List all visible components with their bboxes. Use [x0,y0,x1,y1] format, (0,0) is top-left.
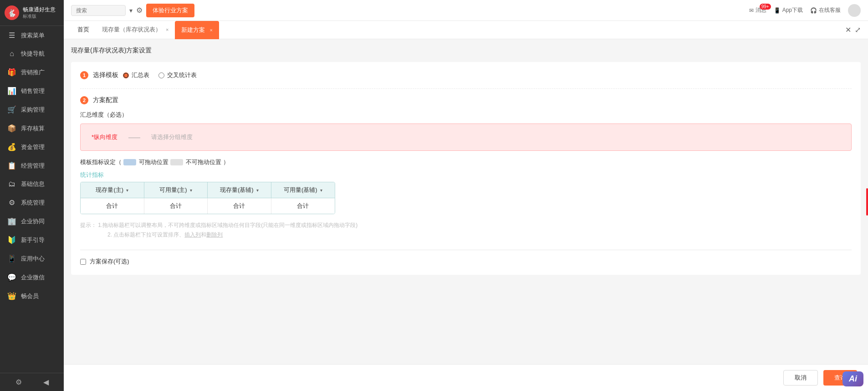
sidebar-item-sales[interactable]: 📊 销售管理 [0,82,64,100]
sidebar-item-inventory[interactable]: 📦 库存核算 [0,119,64,138]
save-row: 方案保存(可选) [80,250,852,266]
sidebar-item-vip[interactable]: 👑 畅会员 [0,287,64,305]
step1-badge: 1 [80,71,88,79]
tab-new-plan-close-icon[interactable]: × [209,27,212,33]
dimension-placeholder: 请选择分组维度 [151,133,193,141]
indicator-legend-row: 模板指标设定（ 可拖动位置 不可拖动位置 ） [80,158,852,166]
sidebar-nav: ☰ 搜索菜单 ⌂ 快捷导航 🎁 营销推广 📊 销售管理 🛒 采购管理 📦 库存核… [0,26,64,373]
sidebar-item-system[interactable]: ⚙ 系统管理 [0,193,64,212]
main-area: ▾ ⚙ 体验行业方案 ✉ 消息 99+ 📱 App下载 🎧 在线客服 首页 [64,0,868,391]
service-button[interactable]: 🎧 在线客服 [810,6,841,14]
settings-icon[interactable]: ⚙ [15,378,22,386]
newuser-icon: 🔰 [7,236,16,244]
operations-icon: 📋 [7,161,16,170]
scroll-indicator [866,188,868,216]
section1-title: 选择模板 [93,71,118,79]
topbar: ▾ ⚙ 体验行业方案 ✉ 消息 99+ 📱 App下载 🎧 在线客服 [64,0,868,21]
dimension-line: —— [128,134,140,141]
delete-col-link[interactable]: 删除列 [206,232,223,238]
money-icon: 💰 [7,143,16,151]
topbar-dropdown-button[interactable]: ▾ [129,7,133,14]
vip-icon: 👑 [7,292,16,300]
col-header-4[interactable]: 可用量(基辅) ▾ [271,182,335,198]
app-download-button[interactable]: 📱 App下载 [774,6,803,14]
chevron-down-icon-3: ▾ [256,188,259,193]
radio-summary[interactable]: 汇总表 [123,71,149,79]
sidebar-item-marketing[interactable]: 🎁 营销推广 [0,63,64,82]
section1-header: 1 选择模板 汇总表 交叉统计表 [80,71,852,79]
col-header-2[interactable]: 可用量(主) ▾ [144,182,208,198]
stat-cell-4: 合计 [271,198,335,214]
collapse-icon[interactable]: ◀ [43,378,49,386]
messages-button[interactable]: ✉ 消息 99+ [749,6,766,14]
topbar-search-input[interactable] [71,5,126,16]
sidebar-item-purchase[interactable]: 🛒 采购管理 [0,100,64,119]
footer: 取消 查询 [64,364,868,391]
enterprise-icon: 🏢 [7,217,16,226]
save-checkbox[interactable] [80,259,86,265]
tabbar: 首页 现存量（库存状况表） × 新建方案 × ✕ ⤢ [64,21,868,39]
sidebar-logo: 🐇 畅康通好生意 标准版 [0,0,64,26]
sidebar-item-search[interactable]: ☰ 搜索菜单 [0,26,64,45]
step2-badge: 2 [80,96,88,104]
sidebar-item-wechat[interactable]: 💬 企业微信 [0,268,64,287]
tip-area: 提示： 1.拖动标题栏可以调整布局，不可跨维度或指标区域拖动任何目字段(只能在同… [80,221,852,239]
tip-line-2: 2. 点击标题栏下拉可设置排序、插入列和删除列 [80,231,852,239]
insert-col-link[interactable]: 插入列 [184,232,201,238]
section2-title: 方案配置 [93,96,118,104]
topbar-right: ✉ 消息 99+ 📱 App下载 🎧 在线客服 [749,4,861,17]
section2-header: 2 方案配置 [80,96,852,104]
settings-panel: 1 选择模板 汇总表 交叉统计表 [71,62,861,275]
box-icon: 📦 [7,124,16,133]
tab-new-plan[interactable]: 新建方案 × [175,21,219,39]
radio-cross[interactable]: 交叉统计表 [158,71,197,79]
vertical-dimension-label: *纵向维度 [92,133,117,141]
sidebar-item-newuser[interactable]: 🔰 新手引导 [0,231,64,249]
app-logo-icon: 🐇 [5,5,19,20]
cart-icon: 🛒 [7,105,16,114]
base-icon: 🗂 [7,180,16,188]
headset-icon: 🎧 [810,7,817,14]
sidebar: 🐇 畅康通好生意 标准版 ☰ 搜索菜单 ⌂ 快捷导航 🎁 营销推广 📊 销售管理… [0,0,64,391]
window-close-icon[interactable]: ✕ [845,26,851,34]
sidebar-item-enterprise[interactable]: 🏢 企业协同 [0,212,64,231]
stat-cell-2: 合计 [144,198,208,214]
messages-badge: 99+ [760,4,771,10]
chevron-down-icon-4: ▾ [320,188,322,193]
template-radio-group: 汇总表 交叉统计表 [123,71,197,79]
stat-cell-1: 合计 [81,198,144,214]
sales-icon: 📊 [7,87,16,95]
non-draggable-box [170,159,183,165]
sidebar-item-appcenter[interactable]: 📱 应用中心 [0,249,64,268]
section-template: 1 选择模板 汇总表 交叉统计表 [80,71,852,79]
topbar-left: ▾ ⚙ 体验行业方案 [71,4,745,17]
trial-button[interactable]: 体验行业方案 [146,4,194,17]
user-avatar[interactable] [848,4,861,17]
content-area: 现存量(库存状况表)方案设置 1 选择模板 汇总表 交叉统计表 [64,39,868,364]
tab-inventory-close-icon[interactable]: × [166,27,168,32]
indicator-settings: 模板指标设定（ 可拖动位置 不可拖动位置 ） 统计指标 [80,158,852,239]
dimension-row: *纵向维度 —— 请选择分组维度 [92,133,840,141]
ai-badge[interactable]: Ai [842,371,863,386]
search-menu-icon: ☰ [7,31,16,40]
section-config: 2 方案配置 汇总维度（必选） *纵向维度 —— 请选择分组维度 模板指标设定（ [80,96,852,239]
sidebar-footer: ⚙ ◀ [0,373,64,391]
cancel-button[interactable]: 取消 [783,370,818,386]
tab-home[interactable]: 首页 [71,21,96,39]
sidebar-item-finance[interactable]: 💰 资金管理 [0,138,64,156]
topbar-gear-icon[interactable]: ⚙ [136,6,143,15]
page-title: 现存量(库存状况表)方案设置 [71,46,861,55]
home-icon: ⌂ [7,50,16,58]
sidebar-item-operations[interactable]: 📋 经营管理 [0,156,64,175]
sidebar-item-shortcut[interactable]: ⌂ 快捷导航 [0,45,64,63]
sidebar-item-base[interactable]: 🗂 基础信息 [0,175,64,193]
chevron-down-icon-2: ▾ [190,188,192,193]
app-icon: 📱 [7,254,16,263]
window-expand-icon[interactable]: ⤢ [855,26,861,34]
dimension-config-area[interactable]: *纵向维度 —— 请选择分组维度 [80,123,852,151]
col-header-1[interactable]: 现存量(主) ▾ [81,182,144,198]
stat-header-row: 现存量(主) ▾ 可用量(主) ▾ 现存量(基辅) ▾ [81,182,335,198]
col-header-3[interactable]: 现存量(基辅) ▾ [208,182,271,198]
tab-inventory-status[interactable]: 现存量（库存状况表） × [96,21,175,39]
legend-non-draggable: 不可拖动位置 [170,158,221,166]
